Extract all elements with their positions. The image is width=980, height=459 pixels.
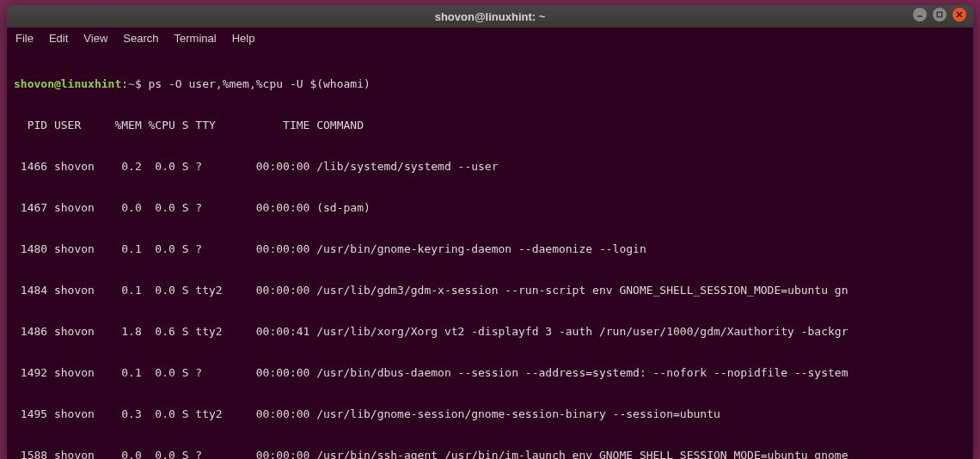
prompt-dollar: $ [135, 77, 149, 90]
menu-terminal[interactable]: Terminal [175, 32, 217, 45]
minimize-icon [916, 11, 923, 18]
desktop-background: shovon@linuxhint: ~ File Edit View Searc… [0, 0, 980, 459]
prompt-colon: : [121, 77, 128, 90]
table-row: 1588 shovon 0.0 0.0 S ? 00:00:00 /usr/bi… [14, 449, 966, 459]
menu-view[interactable]: View [83, 32, 107, 45]
maximize-button[interactable] [933, 8, 946, 21]
table-row: 1466 shovon 0.2 0.0 S ? 00:00:00 /lib/sy… [14, 160, 966, 174]
close-button[interactable] [952, 8, 966, 21]
prompt-user-host: shovon@linuxhint [14, 77, 121, 90]
prompt-cwd: ~ [128, 77, 135, 90]
table-row: 1495 shovon 0.3 0.0 S tty2 00:00:00 /usr… [14, 407, 966, 421]
menu-help[interactable]: Help [232, 32, 255, 45]
window-title: shovon@linuxhint: ~ [7, 10, 973, 23]
ps-header: PID USER %MEM %CPU S TTY TIME COMMAND [14, 119, 966, 132]
title-bar[interactable]: shovon@linuxhint: ~ [7, 5, 973, 28]
table-row: 1486 shovon 1.8 0.6 S tty2 00:00:41 /usr… [14, 325, 966, 339]
window-controls [913, 8, 966, 21]
menu-bar: File Edit View Search Terminal Help [7, 28, 973, 48]
minimize-button[interactable] [913, 8, 927, 21]
menu-file[interactable]: File [15, 32, 34, 45]
svg-rect-0 [937, 12, 942, 17]
table-row: 1467 shovon 0.0 0.0 S ? 00:00:00 (sd-pam… [14, 201, 966, 215]
table-row: 1480 shovon 0.1 0.0 S ? 00:00:00 /usr/bi… [14, 242, 966, 256]
menu-edit[interactable]: Edit [49, 32, 68, 45]
maximize-icon [936, 11, 943, 18]
prompt-line: shovon@linuxhint:~$ ps -O user,%mem,%cpu… [14, 77, 966, 91]
table-row: 1492 shovon 0.1 0.0 S ? 00:00:00 /usr/bi… [14, 366, 966, 380]
terminal-window: shovon@linuxhint: ~ File Edit View Searc… [7, 5, 973, 459]
menu-search[interactable]: Search [123, 32, 158, 45]
terminal-body[interactable]: shovon@linuxhint:~$ ps -O user,%mem,%cpu… [7, 48, 973, 459]
command-text: ps -O user,%mem,%cpu -U $(whoami) [149, 77, 371, 90]
table-row: 1484 shovon 0.1 0.0 S tty2 00:00:00 /usr… [14, 284, 966, 297]
close-icon [956, 11, 963, 18]
